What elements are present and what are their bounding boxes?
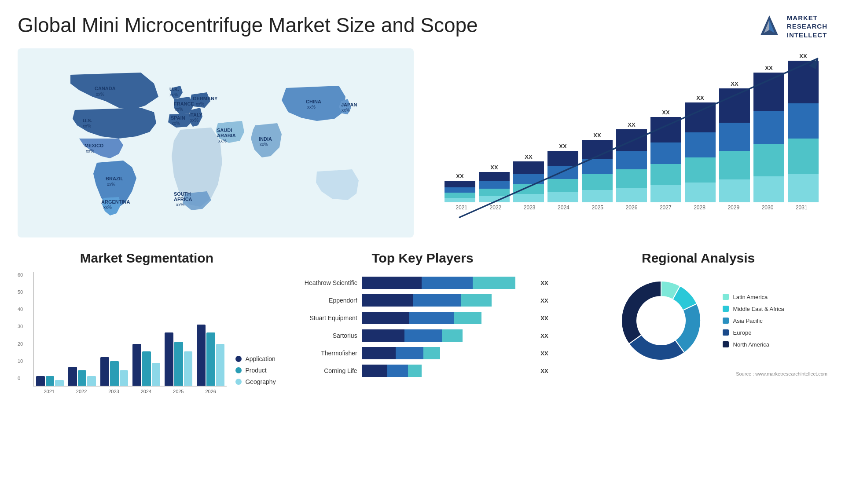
player-row: Corning LifeXX — [294, 365, 552, 377]
trend-x-label: 2023 — [513, 205, 547, 211]
player-bar-seg1 — [362, 294, 413, 307]
trend-bar-stack — [479, 172, 510, 202]
y-label-0: 0 — [18, 376, 23, 381]
trend-bar-segment — [753, 111, 784, 144]
regional-legend-color — [723, 329, 729, 336]
player-value: XX — [540, 297, 551, 304]
segmentation-section: Market Segmentation 60 50 40 30 20 10 0 — [18, 251, 276, 394]
svg-text:SPAIN: SPAIN — [171, 115, 185, 121]
player-name: Stuart Equipment — [294, 314, 357, 321]
trend-bar-segment — [788, 61, 819, 103]
trend-bar-stack — [445, 181, 475, 202]
regional-legend-item: Latin America — [723, 294, 784, 300]
trend-bar-label: XX — [593, 132, 601, 139]
seg-bar — [184, 351, 193, 386]
seg-bar — [68, 367, 77, 386]
player-bar-seg3 — [442, 329, 463, 342]
trend-bar-segment — [616, 151, 647, 169]
svg-text:xx%: xx% — [342, 108, 350, 113]
y-label-40: 40 — [18, 307, 23, 312]
regional-legend-item: Asia Pacific — [723, 318, 784, 324]
seg-bar — [142, 351, 151, 386]
trend-bar-segment — [685, 157, 716, 183]
player-value: XX — [540, 332, 551, 339]
trend-bar-segment — [513, 161, 544, 174]
page-title: Global Mini Microcentrifuge Market Size … — [18, 13, 478, 37]
page: Global Mini Microcentrifuge Market Size … — [0, 0, 845, 504]
seg-bar — [152, 363, 161, 386]
header: Global Mini Microcentrifuge Market Size … — [18, 13, 827, 40]
seg-bar — [55, 380, 64, 386]
bottom-grid: Market Segmentation 60 50 40 30 20 10 0 — [18, 251, 827, 394]
regional-legend-item: Middle East & Africa — [723, 306, 784, 312]
player-bar-seg2 — [413, 294, 461, 307]
trend-x-label: 2028 — [683, 205, 716, 211]
trend-bar-stack — [616, 129, 647, 202]
trend-bar-segment — [788, 174, 819, 202]
regional-legend-label: Middle East & Africa — [733, 306, 784, 312]
logo-icon — [756, 13, 783, 40]
seg-bar-group — [100, 272, 128, 386]
seg-x-labels: 202120222023202420252026 — [33, 389, 227, 394]
trend-bar-segment — [788, 103, 819, 139]
trend-bar-label: XX — [525, 153, 532, 160]
trend-bar-group: XX — [445, 53, 475, 202]
svg-text:BRAZIL: BRAZIL — [106, 176, 124, 181]
y-label-10: 10 — [18, 358, 23, 364]
regional-title: Regional Analysis — [569, 251, 827, 266]
trend-bar-segment — [513, 174, 544, 184]
svg-text:U.S.: U.S. — [83, 118, 92, 123]
source-text: Source : www.marketresearchintellect.com — [569, 371, 827, 376]
trend-bar-stack — [719, 88, 750, 202]
trend-bar-group: XX — [479, 53, 510, 202]
seg-bar-group — [197, 272, 224, 386]
seg-x-label: 2026 — [195, 389, 227, 394]
seg-bar-group — [165, 272, 192, 386]
trend-bar-group: XX — [616, 53, 647, 202]
trend-bar-segment — [685, 183, 716, 202]
player-bar-container — [362, 277, 533, 289]
donut-segment — [629, 335, 684, 360]
svg-text:xx%: xx% — [86, 149, 94, 153]
legend-label: Geography — [245, 378, 276, 385]
player-bar-seg1 — [362, 277, 422, 289]
regional-section: Regional Analysis Latin AmericaMiddle Ea… — [569, 251, 827, 394]
svg-text:xx%: xx% — [260, 142, 268, 147]
regional-legend-label: North America — [733, 341, 769, 348]
svg-text:ARGENTINA: ARGENTINA — [101, 199, 130, 205]
main-grid: CANADA xx% U.S. xx% MEXICO xx% BRAZIL xx… — [18, 48, 827, 394]
svg-text:xx%: xx% — [175, 107, 183, 112]
player-bar-seg1 — [362, 312, 410, 324]
trend-bar-group: XX — [547, 53, 578, 202]
trend-bar-segment — [616, 169, 647, 187]
trend-bar-segment — [788, 139, 819, 174]
trend-bar-group: XX — [582, 53, 613, 202]
players-list: Heathrow ScientificXXEppendorfXXStuart E… — [294, 272, 552, 381]
trend-bar-segment — [582, 190, 613, 202]
trend-bar-stack — [650, 117, 681, 202]
trend-bar-segment — [685, 132, 716, 157]
player-bar-container — [362, 347, 533, 359]
regional-legend-label: Europe — [733, 329, 752, 336]
trend-bar-segment — [445, 187, 475, 193]
legend-label: Product — [245, 367, 266, 374]
trend-x-label: 2027 — [649, 205, 683, 211]
trend-bar-segment — [479, 181, 510, 189]
seg-bar — [46, 376, 55, 386]
map-container: CANADA xx% U.S. xx% MEXICO xx% BRAZIL xx… — [18, 48, 414, 237]
svg-text:CANADA: CANADA — [95, 86, 116, 91]
regional-inner: Latin AmericaMiddle East & AfricaAsia Pa… — [569, 272, 827, 369]
trend-bar-segment — [582, 159, 613, 174]
regional-legend-color — [723, 294, 729, 300]
seg-bar — [110, 361, 119, 386]
seg-bar — [197, 325, 206, 386]
trend-x-label: 2021 — [445, 205, 478, 211]
seg-x-label: 2023 — [98, 389, 130, 394]
trend-bar-segment — [582, 174, 613, 190]
seg-bar — [216, 344, 225, 386]
legend-dot — [235, 367, 242, 373]
svg-text:MEXICO: MEXICO — [84, 143, 104, 148]
trend-bar-segment — [650, 164, 681, 186]
player-bar-seg2 — [422, 277, 473, 289]
trend-x-label: 2024 — [547, 205, 580, 211]
